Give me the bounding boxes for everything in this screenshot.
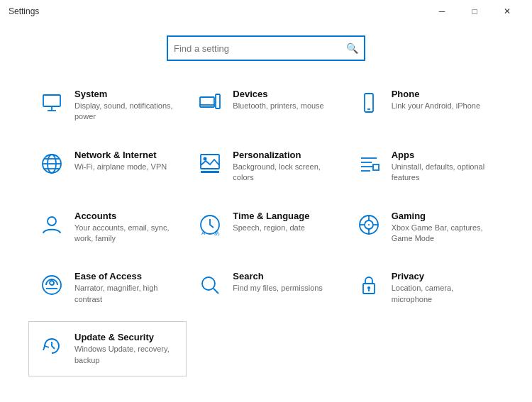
close-button[interactable]: ✕ bbox=[491, 0, 523, 23]
svg-line-37 bbox=[214, 289, 218, 294]
setting-item-system[interactable]: System Display, sound, notifications, po… bbox=[28, 78, 187, 133]
setting-desc-personalization: Background, lock screen, colors bbox=[233, 162, 336, 184]
setting-item-apps[interactable]: Apps Uninstall, defaults, optional featu… bbox=[345, 139, 504, 194]
svg-rect-21 bbox=[373, 164, 379, 170]
search-input[interactable] bbox=[174, 43, 346, 54]
svg-text:あ: あ bbox=[214, 230, 220, 236]
svg-point-22 bbox=[48, 217, 56, 225]
ease-icon bbox=[38, 271, 66, 299]
setting-item-gaming[interactable]: Gaming Xbox Game Bar, captures, Game Mod… bbox=[345, 200, 504, 255]
settings-grid: System Display, sound, notifications, po… bbox=[0, 78, 532, 376]
svg-rect-16 bbox=[201, 171, 219, 173]
setting-desc-update: Windows Update, recovery, backup bbox=[74, 344, 177, 366]
privacy-icon bbox=[355, 271, 383, 299]
phone-icon bbox=[355, 89, 383, 117]
setting-title-devices: Devices bbox=[233, 89, 336, 99]
setting-title-privacy: Privacy bbox=[392, 271, 494, 281]
setting-desc-privacy: Location, camera, microphone bbox=[392, 283, 494, 305]
svg-point-15 bbox=[204, 157, 207, 160]
setting-title-personalization: Personalization bbox=[233, 150, 336, 160]
svg-point-39 bbox=[367, 286, 370, 289]
gaming-icon bbox=[355, 211, 383, 239]
setting-desc-phone: Link your Android, iPhone bbox=[392, 101, 494, 111]
setting-item-phone[interactable]: Phone Link your Android, iPhone bbox=[345, 78, 504, 133]
svg-rect-4 bbox=[216, 94, 220, 108]
setting-title-phone: Phone bbox=[392, 89, 494, 99]
setting-title-system: System bbox=[74, 89, 177, 99]
setting-title-time: Time & Language bbox=[233, 211, 336, 221]
apps-icon bbox=[355, 150, 383, 178]
svg-point-28 bbox=[368, 224, 370, 225]
setting-item-privacy[interactable]: Privacy Location, camera, microphone bbox=[345, 260, 504, 316]
setting-desc-network: Wi-Fi, airplane mode, VPN bbox=[74, 162, 177, 172]
window-controls: ─ □ ✕ bbox=[426, 0, 523, 23]
setting-title-ease: Ease of Access bbox=[74, 271, 177, 281]
setting-item-personalization[interactable]: Personalization Background, lock screen,… bbox=[187, 139, 345, 194]
setting-title-network: Network & Internet bbox=[74, 150, 177, 160]
svg-text:A: A bbox=[201, 230, 206, 236]
setting-item-network[interactable]: Network & Internet Wi-Fi, airplane mode,… bbox=[28, 139, 187, 194]
setting-desc-devices: Bluetooth, printers, mouse bbox=[233, 101, 336, 111]
setting-title-search: Search bbox=[233, 271, 336, 281]
setting-title-accounts: Accounts bbox=[74, 211, 177, 221]
title-bar: Settings ─ □ ✕ bbox=[0, 0, 532, 23]
maximize-button[interactable]: □ bbox=[458, 0, 491, 23]
setting-desc-accounts: Your accounts, email, sync, work, family bbox=[74, 223, 177, 245]
minimize-button[interactable]: ─ bbox=[426, 0, 458, 23]
setting-desc-apps: Uninstall, defaults, optional features bbox=[392, 162, 494, 184]
setting-desc-time: Speech, region, date bbox=[233, 223, 336, 233]
setting-item-ease[interactable]: Ease of Access Narrator, magnifier, high… bbox=[28, 260, 187, 316]
setting-desc-search: Find my files, permissions bbox=[233, 283, 336, 294]
setting-item-search[interactable]: Search Find my files, permissions bbox=[187, 260, 345, 316]
svg-point-36 bbox=[202, 277, 215, 290]
time-icon: A あ bbox=[196, 211, 224, 239]
personalization-icon bbox=[196, 150, 224, 178]
setting-title-apps: Apps bbox=[392, 150, 494, 160]
window-title: Settings bbox=[9, 6, 39, 16]
setting-title-update: Update & Security bbox=[74, 332, 177, 342]
setting-desc-system: Display, sound, notifications, power bbox=[74, 101, 177, 123]
update-icon bbox=[38, 332, 66, 360]
setting-desc-ease: Narrator, magnifier, high contrast bbox=[74, 283, 177, 305]
search-box: 🔍 bbox=[167, 35, 365, 61]
setting-item-update[interactable]: Update & Security Windows Update, recove… bbox=[28, 321, 187, 376]
search-icon bbox=[196, 271, 224, 299]
accounts-icon bbox=[38, 211, 66, 239]
setting-desc-gaming: Xbox Game Bar, captures, Game Mode bbox=[392, 223, 494, 245]
setting-item-accounts[interactable]: Accounts Your accounts, email, sync, wor… bbox=[28, 200, 187, 255]
svg-point-34 bbox=[50, 281, 54, 285]
svg-rect-0 bbox=[43, 95, 60, 106]
search-icon: 🔍 bbox=[346, 43, 358, 54]
setting-title-gaming: Gaming bbox=[392, 211, 494, 221]
devices-icon bbox=[196, 89, 224, 117]
system-icon bbox=[38, 89, 66, 117]
setting-item-time[interactable]: A あ Time & Language Speech, region, date bbox=[187, 200, 345, 255]
network-icon bbox=[38, 150, 66, 178]
setting-item-devices[interactable]: Devices Bluetooth, printers, mouse bbox=[187, 78, 345, 133]
search-container: 🔍 bbox=[0, 23, 532, 78]
